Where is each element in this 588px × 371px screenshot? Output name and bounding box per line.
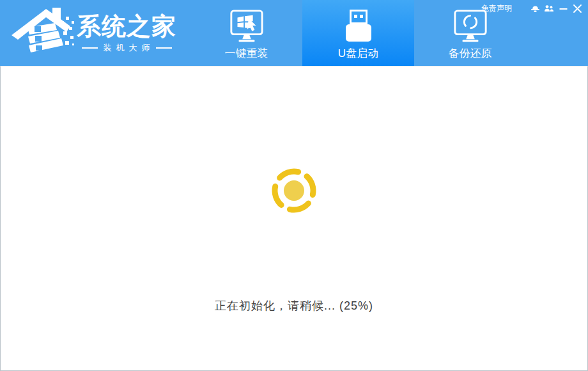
main-tabs: 一键重装 U盘启动 [190, 0, 526, 66]
house-pixel-logo-icon [10, 3, 74, 62]
disclaimer-link[interactable]: 免责声明 [481, 3, 512, 14]
subtitle-dash-left [82, 47, 98, 49]
spinner-icon [266, 162, 322, 219]
tab-onekey-reinstall[interactable]: 一键重装 [190, 0, 302, 66]
logo-title: 系统之家 [77, 12, 176, 40]
usb-drive-icon [342, 8, 375, 45]
loading-spinner [1, 162, 587, 219]
logo-text: 系统之家 装机大师 [77, 12, 176, 54]
close-icon[interactable] [571, 3, 584, 14]
tab-label: 备份还原 [449, 47, 492, 60]
status-text: 正在初始化，请稍候... (25%) [1, 298, 587, 313]
minimize-icon[interactable] [557, 3, 569, 14]
tab-label: U盘启动 [338, 47, 378, 60]
header: 系统之家 装机大师 [0, 0, 588, 66]
window-controls: 免责声明 [481, 3, 584, 14]
logo-subtitle: 装机大师 [104, 42, 155, 54]
app-window: 系统之家 装机大师 [0, 0, 588, 371]
tab-usb-boot[interactable]: U盘启动 [302, 0, 414, 66]
app-logo: 系统之家 装机大师 [10, 3, 176, 62]
monitor-windows-cursor-icon [228, 8, 265, 45]
tab-label: 一键重装 [225, 47, 268, 60]
subtitle-dash-right [156, 47, 172, 49]
service-hat-icon[interactable] [529, 3, 541, 14]
logo-subtitle-row: 装机大师 [77, 42, 176, 54]
user-group-icon[interactable] [543, 3, 555, 14]
main-content: 正在初始化，请稍候... (25%) [0, 66, 588, 371]
